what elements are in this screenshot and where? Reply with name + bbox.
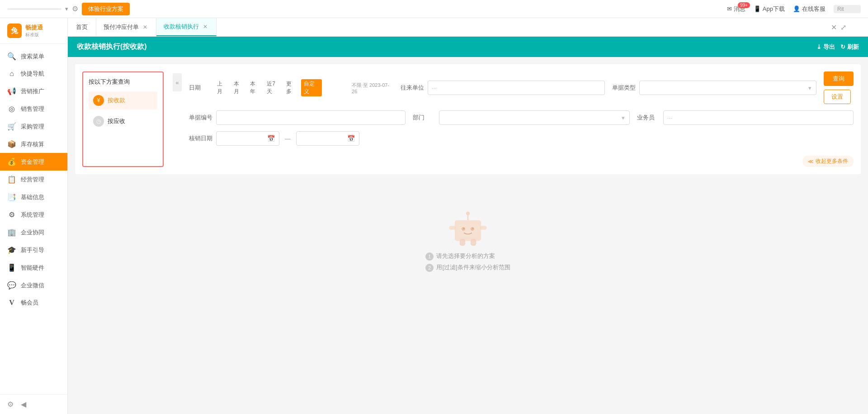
- doc-type-select[interactable]: ▾: [639, 81, 816, 95]
- app-icon: 📱: [754, 5, 761, 12]
- sidebar-label-inventory: 库存核算: [21, 140, 44, 148]
- filter-query-options: 按以下方案查询 ¥ 按收款 ◷ 按应收: [82, 71, 164, 167]
- verify-date-end-input[interactable]: 2023-07-21 📅: [296, 131, 359, 146]
- hint-text-1: 请先选择要分析的方案: [436, 252, 495, 260]
- verify-date-label: 核销日期: [189, 134, 212, 143]
- collapse-more-btn[interactable]: ≪ 收起更多条件: [802, 156, 854, 167]
- sidebar-item-enterprise[interactable]: 🏢 企业协同: [0, 224, 67, 241]
- message-btn[interactable]: ✉ 消息 99+: [727, 5, 745, 13]
- filter-row-1: 日期 上月 本月 本年 近7天 更多 自定义 不限 至 2023-07-26: [189, 71, 854, 104]
- purchase-icon: 🛒: [7, 122, 16, 131]
- export-btn[interactable]: ⤓ 导出: [816, 43, 835, 51]
- sidebar-label-enterprise: 企业协同: [21, 228, 44, 237]
- tab-receivable-close[interactable]: ✕: [202, 23, 209, 30]
- calendar-start-icon[interactable]: 📅: [267, 135, 275, 142]
- settings-icon[interactable]: ⚙: [72, 5, 78, 13]
- logo-area: ▾ ⚙ 体验行业方案: [7, 3, 722, 15]
- sidebar-label-member: 畅会员: [21, 299, 38, 307]
- tab-prepayment[interactable]: 预付冲应付单 ✕: [96, 19, 156, 36]
- svg-point-4: [463, 228, 464, 229]
- sidebar-item-operation[interactable]: 📋 经营管理: [0, 171, 67, 188]
- tab-prepayment-close[interactable]: ✕: [142, 24, 149, 31]
- tab-bar: 首页 预付冲应付单 ✕ 收款核销执行 ✕ ✕ ⤢: [68, 18, 868, 37]
- main-content: 按以下方案查询 ¥ 按收款 ◷ 按应收 «: [68, 57, 868, 414]
- filter-option-receipt[interactable]: ¥ 按收款: [89, 91, 157, 109]
- close-all-icon[interactable]: ✕: [831, 23, 837, 32]
- sidebar-item-basic-info[interactable]: 📑 基础信息: [0, 188, 67, 206]
- verify-date-end[interactable]: 2023-07-21: [300, 135, 345, 142]
- sidebar-item-finance[interactable]: 💰 资金管理: [0, 153, 67, 171]
- doc-no-input[interactable]: [216, 110, 406, 125]
- message-badge: 99+: [738, 2, 750, 8]
- sidebar-item-search-menu[interactable]: 🔍 搜索菜单: [0, 48, 67, 65]
- dept-select[interactable]: ▾: [439, 110, 629, 125]
- expand-icon[interactable]: ⤢: [840, 23, 846, 32]
- filter-option-receipt-label: 按收款: [108, 96, 125, 105]
- sidebar-label-marketing: 营销推广: [21, 87, 44, 95]
- sidebar-label-system: 系统管理: [21, 211, 44, 219]
- sidebar-item-hardware[interactable]: 📱 智能硬件: [0, 259, 67, 276]
- hint-text-2: 用[过滤]条件来缩小分析范围: [436, 263, 510, 271]
- industry-btn[interactable]: 体验行业方案: [82, 3, 130, 15]
- sidebar-label-purchase: 采购管理: [21, 123, 44, 131]
- sidebar-item-inventory[interactable]: 📦 库存核算: [0, 135, 67, 153]
- hardware-icon: 📱: [7, 263, 16, 272]
- doc-no-field: 单据编号: [189, 110, 406, 125]
- empty-hints: 1 请先选择要分析的方案 2 用[过滤]条件来缩小分析范围: [425, 252, 510, 272]
- dropdown-arrow-icon[interactable]: ▾: [65, 5, 68, 12]
- refresh-btn[interactable]: ↻ 刷新: [840, 43, 859, 51]
- filter-form: 日期 上月 本月 本年 近7天 更多 自定义 不限 至 2023-07-26: [189, 71, 854, 167]
- filter-collapse-btn[interactable]: «: [173, 73, 182, 91]
- date-btn-7days[interactable]: 近7天: [265, 79, 282, 96]
- settings-btn[interactable]: 设置: [824, 90, 851, 104]
- online-service-btn[interactable]: 👤 在线客服: [793, 5, 826, 13]
- calendar-end-icon[interactable]: 📅: [347, 135, 355, 142]
- main-layout: 兔 畅捷通 标准版 🔍 搜索菜单 ⌂ 快捷导航 📢 营销推广 ◎ 销售管理: [0, 18, 868, 414]
- empty-illustration: [445, 201, 491, 247]
- sidebar-item-member[interactable]: V 畅会员: [0, 294, 67, 311]
- counterparty-dots: ···: [432, 85, 437, 91]
- date-shortcuts: 上月 本月 本年 近7天 更多 自定义: [215, 79, 322, 96]
- verify-date-start[interactable]: 2023-03-01: [220, 135, 265, 142]
- sidebar-item-purchase[interactable]: 🛒 采购管理: [0, 118, 67, 135]
- counterparty-input[interactable]: ···: [428, 81, 605, 95]
- tab-receivable-label: 收款核销执行: [164, 23, 199, 31]
- date-btn-custom[interactable]: 自定义: [301, 79, 322, 96]
- dept-label: 部门: [413, 114, 435, 122]
- finance-icon: 💰: [7, 157, 16, 166]
- inventory-icon: 📦: [7, 140, 16, 148]
- sidebar-item-sales[interactable]: ◎ 销售管理: [0, 100, 67, 118]
- date-btn-more[interactable]: 更多: [284, 79, 298, 96]
- staff-input[interactable]: ···: [663, 110, 854, 125]
- collapse-sidebar-icon[interactable]: ◀: [21, 400, 26, 409]
- staff-label: 业务员: [637, 114, 660, 122]
- system-icon: ⚙: [7, 210, 16, 219]
- verify-date-start-input[interactable]: 2023-03-01 📅: [216, 131, 279, 146]
- user-info: Rit: [834, 5, 861, 13]
- sidebar-item-system[interactable]: ⚙ 系统管理: [0, 206, 67, 224]
- bottom-gear-icon[interactable]: ⚙: [7, 400, 14, 409]
- app-download-btn[interactable]: 📱 App下载: [754, 5, 785, 13]
- sidebar-item-marketing[interactable]: 📢 营销推广: [0, 82, 67, 100]
- basic-info-icon: 📑: [7, 193, 16, 201]
- query-btn[interactable]: 查询: [824, 71, 854, 86]
- filter-option-receivable[interactable]: ◷ 按应收: [89, 112, 157, 130]
- hint-num-2: 2: [425, 264, 434, 272]
- staff-field: 业务员 ···: [637, 110, 854, 125]
- doc-type-label: 单据类型: [612, 84, 636, 92]
- filter-panel: 按以下方案查询 ¥ 按收款 ◷ 按应收 «: [75, 64, 861, 174]
- page-title: 收款核销执行(按收款): [77, 42, 147, 52]
- date-btn-this-year[interactable]: 本年: [248, 79, 262, 96]
- tab-home[interactable]: 首页: [68, 19, 96, 36]
- collapse-more-label: 收起更多条件: [816, 157, 848, 165]
- date-btn-last-month[interactable]: 上月: [215, 79, 229, 96]
- date-btn-this-month[interactable]: 本月: [232, 79, 246, 96]
- sidebar-item-wechat[interactable]: 💬 企业微信: [0, 276, 67, 294]
- collapse-chevron-icon: ≪: [808, 158, 814, 165]
- sidebar-label-basic: 基础信息: [21, 193, 44, 201]
- sidebar-item-quick-nav[interactable]: ⌂ 快捷导航: [0, 65, 67, 82]
- tab-receivable[interactable]: 收款核销执行 ✕: [156, 18, 217, 36]
- sidebar-item-beginner[interactable]: 🎓 新手引导: [0, 241, 67, 259]
- empty-state: 1 请先选择要分析的方案 2 用[过滤]条件来缩小分析范围: [75, 174, 861, 290]
- collapse-icon: «: [175, 79, 179, 86]
